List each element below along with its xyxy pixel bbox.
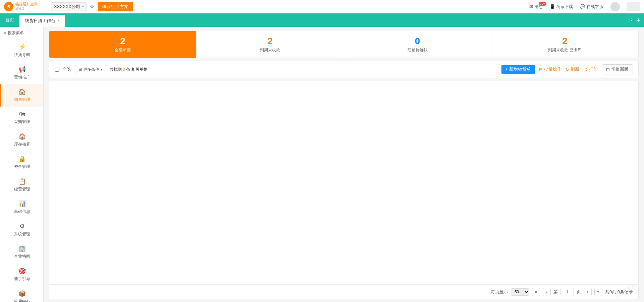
sidebar-item-basic-info[interactable]: 📊 基础信息 <box>0 196 43 219</box>
content-area: 2 全部单据 2 到期未收款 0 旺铺待确认 2 到期未收款 已出库 全选 <box>44 27 644 302</box>
batch-icon: ⊞ <box>539 67 543 72</box>
switch-new-version-button[interactable]: ⊡ 切换新版 <box>602 64 633 74</box>
search-icon: ≡ <box>4 31 6 36</box>
tab-home[interactable]: 首页 <box>0 13 19 27</box>
logo-badge: 标准版 <box>15 7 38 11</box>
operations-icon: 📋 <box>18 178 26 185</box>
maximize-icon[interactable]: ⊞ <box>636 17 641 23</box>
filter-icon: ⊟ <box>78 67 82 72</box>
total-records: 共0页,0条记录 <box>605 289 633 295</box>
message-badge: 99+ <box>539 2 546 6</box>
sidebar-item-guide[interactable]: 🎯 新手引导 <box>0 263 43 286</box>
next-page-button[interactable]: › <box>584 288 592 296</box>
logo-icon: 6 <box>4 2 13 11</box>
logo-area: 6 畅捷通好生意 标准版 <box>4 2 48 11</box>
filter-chevron-icon: ▾ <box>101 67 103 72</box>
logo-text: 畅捷通好生意 <box>15 2 38 6</box>
inventory-icon: 🏠 <box>18 133 26 140</box>
toolbar: 全选 ⊟ 更多条件 ▾ 共找到 0 条 相关单据 + 新增销货单 ⊞ 批量操作 <box>49 61 639 78</box>
last-page-button[interactable]: » <box>594 288 602 296</box>
select-all-label: 全选 <box>63 66 71 72</box>
switch-icon: ⊡ <box>606 67 610 72</box>
new-sale-button[interactable]: + 新增销货单 <box>501 65 535 74</box>
top-bar: 6 畅捷通好生意 标准版 XXXXXX公司 ▾ ⚙ 体验行业方案 ✉ 消息 99… <box>0 0 644 13</box>
company-name: XXXXXX公司 <box>54 4 80 10</box>
stat-label-shipped: 到期未收款 已出库 <box>498 47 632 53</box>
quick-nav-icon: ⚡ <box>18 43 26 51</box>
print-button[interactable]: 🖨 打印 <box>583 66 598 72</box>
filter-button[interactable]: ⊟ 更多条件 ▾ <box>75 65 106 74</box>
per-page-select[interactable]: 50 100 200 <box>511 288 529 296</box>
app-center-icon: 📦 <box>18 290 26 297</box>
tab-close-icon[interactable]: × <box>57 18 60 23</box>
download-icon: 📱 <box>550 4 555 9</box>
sidebar-search[interactable]: ≡ 搜索菜单 <box>0 27 43 39</box>
basic-info-icon: 📊 <box>18 200 26 207</box>
sidebar-item-finance[interactable]: 🔒 资金管理 <box>0 151 43 174</box>
refresh-icon: ↻ <box>566 67 569 72</box>
prev-page-button[interactable]: ‹ <box>543 288 551 296</box>
service-icon: 💬 <box>580 4 585 9</box>
settings-icon[interactable]: ⚙ <box>90 3 94 10</box>
tab-active[interactable]: 钱货日清工作台 × <box>19 15 65 27</box>
stat-card-shipped[interactable]: 2 到期未收款 已出库 <box>491 31 638 58</box>
message-button[interactable]: ✉ 消息 99+ <box>529 4 543 10</box>
sidebar-item-enterprise[interactable]: 🏢 企业协同 <box>0 241 43 263</box>
found-text: 共找到 0 条 相关单据 <box>110 67 148 72</box>
print-icon: 🖨 <box>583 67 588 72</box>
stat-card-all[interactable]: 2 全部单据 <box>49 31 197 58</box>
sidebar-item-operations[interactable]: 📋 经营管理 <box>0 174 43 196</box>
stat-count-pending: 0 <box>351 36 484 47</box>
pagination: 每页显示 50 100 200 « ‹ 第 页 › » 共0页,0条记录 <box>49 285 639 299</box>
finance-icon: 🔒 <box>18 155 26 163</box>
stat-count-overdue: 2 <box>203 36 337 47</box>
enterprise-icon: 🏢 <box>18 245 26 252</box>
sidebar-item-quick-nav[interactable]: ⚡ 快捷导航 <box>0 39 43 62</box>
found-count: 0 <box>123 67 125 72</box>
sidebar: ≡ 搜索菜单 ⚡ 快捷导航 📢 营销推广 🏠 销售管理 🛍 采购管理 🏠 库存核… <box>0 27 44 302</box>
trial-button[interactable]: 体验行业方案 <box>98 2 133 11</box>
top-right-actions: ✉ 消息 99+ 📱 App下载 💬 在线客服 <box>529 2 640 11</box>
toolbar-right: + 新增销货单 ⊞ 批量操作 ↻ 刷新 🖨 打印 ⊡ 切换新版 <box>501 64 633 74</box>
message-icon: ✉ <box>529 4 533 9</box>
page-label: 第 <box>553 289 558 295</box>
batch-operation-button[interactable]: ⊞ 批量操作 <box>539 66 561 72</box>
select-all-checkbox[interactable] <box>55 67 59 72</box>
sidebar-item-marketing[interactable]: 📢 营销推广 <box>0 62 43 84</box>
per-page-label: 每页显示 <box>491 289 508 295</box>
tab-bar: 首页 钱货日清工作台 × ⊡ ⊞ <box>0 13 644 27</box>
marketing-icon: 📢 <box>18 66 26 73</box>
stat-card-pending[interactable]: 0 旺铺待确认 <box>344 31 491 58</box>
guide-icon: 🎯 <box>18 267 26 275</box>
page-number-input[interactable] <box>560 288 574 296</box>
page-suffix: 页 <box>577 289 581 295</box>
stat-card-overdue[interactable]: 2 到期未收款 <box>197 31 344 58</box>
stat-count-all: 2 <box>56 36 190 47</box>
stat-count-shipped: 2 <box>498 36 632 47</box>
sidebar-item-app-center[interactable]: 📦 应用中心 <box>0 286 43 302</box>
minimize-icon[interactable]: ⊡ <box>629 17 634 23</box>
main-layout: ≡ 搜索菜单 ⚡ 快捷导航 📢 营销推广 🏠 销售管理 🛍 采购管理 🏠 库存核… <box>0 27 644 302</box>
company-selector[interactable]: XXXXXX公司 ▾ <box>51 2 87 11</box>
avatar[interactable] <box>610 2 620 11</box>
purchase-icon: 🛍 <box>19 111 25 118</box>
online-service-button[interactable]: 💬 在线客服 <box>580 4 604 10</box>
sidebar-item-sales[interactable]: 🏠 销售管理 <box>0 84 43 107</box>
first-page-button[interactable]: « <box>532 288 540 296</box>
toolbar-left: 全选 ⊟ 更多条件 ▾ 共找到 0 条 相关单据 <box>55 65 148 74</box>
refresh-button[interactable]: ↻ 刷新 <box>566 66 579 72</box>
sidebar-item-purchase[interactable]: 🛍 采购管理 <box>0 107 43 129</box>
sales-icon: 🏠 <box>18 88 26 96</box>
stat-label-overdue: 到期未收款 <box>203 47 337 53</box>
stats-row: 2 全部单据 2 到期未收款 0 旺铺待确认 2 到期未收款 已出库 <box>49 31 639 58</box>
stat-label-all: 全部单据 <box>56 47 190 53</box>
table-area <box>49 81 639 285</box>
sidebar-item-system[interactable]: ⚙ 系统管理 <box>0 219 43 241</box>
app-download-button[interactable]: 📱 App下载 <box>550 4 573 10</box>
chevron-down-icon: ▾ <box>82 5 84 8</box>
sidebar-item-inventory[interactable]: 🏠 库存核算 <box>0 129 43 151</box>
system-icon: ⚙ <box>19 223 25 230</box>
user-name-display[interactable] <box>627 2 640 11</box>
tab-window-controls: ⊡ ⊞ <box>629 17 644 23</box>
stat-label-pending: 旺铺待确认 <box>351 47 484 53</box>
